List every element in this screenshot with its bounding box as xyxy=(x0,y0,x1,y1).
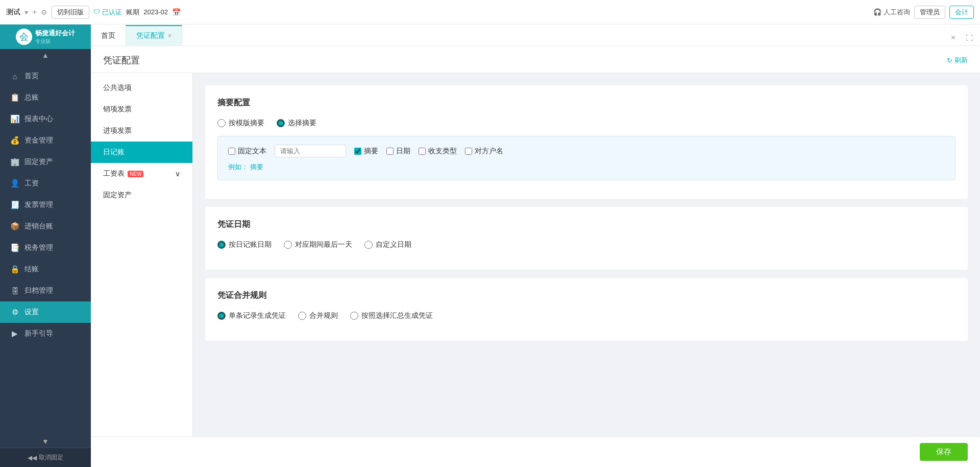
old-version-button[interactable]: 切到旧版 xyxy=(52,6,89,19)
window-close-icon[interactable]: × xyxy=(948,30,959,45)
sidebar-item-guide[interactable]: ▶ 新手引导 xyxy=(0,323,91,344)
summary-config-section: 摘要配置 按模版摘要 选择摘要 xyxy=(205,85,968,199)
sidebar-item-archive[interactable]: 🗄 归档管理 xyxy=(0,280,91,301)
cancel-fixed-button[interactable]: ◀◀ 取消固定 xyxy=(0,448,91,467)
counterpart-checkbox-label[interactable]: 对方户名 xyxy=(465,147,503,156)
save-bar: 保存 xyxy=(91,436,980,467)
left-nav-label-public: 公共选项 xyxy=(103,83,132,92)
payroll-table-chevron: ∨ xyxy=(175,170,180,178)
sidebar-item-payroll[interactable]: 👤 工资 xyxy=(0,173,91,194)
summary-template-radio[interactable] xyxy=(217,119,226,127)
fixed-assets-icon: 🏢 xyxy=(10,157,19,167)
tab-home[interactable]: 首页 xyxy=(91,26,126,45)
home-icon: ⌂ xyxy=(10,72,19,81)
merge-rule-radio[interactable] xyxy=(298,312,306,320)
admin-button[interactable]: 管理员 xyxy=(914,6,945,19)
sidebar-item-invoice[interactable]: 🧾 发票管理 xyxy=(0,194,91,216)
certified-text: 已认证 xyxy=(102,8,122,17)
topbar-gear-icon[interactable]: ⚙ xyxy=(41,8,47,16)
period-last-day-radio[interactable] xyxy=(284,241,292,249)
income-expense-checkbox[interactable] xyxy=(419,148,426,155)
sidebar-item-funds[interactable]: 💰 资金管理 xyxy=(0,130,91,151)
summary-select-radio[interactable] xyxy=(277,119,285,127)
save-button[interactable]: 保存 xyxy=(920,443,968,461)
sidebar-scroll-up[interactable]: ▲ xyxy=(0,49,91,61)
left-nav-item-journal[interactable]: 日记账 xyxy=(91,142,192,163)
date-checkbox[interactable] xyxy=(386,148,394,155)
date-radio-journal[interactable]: 按日记账日期 xyxy=(217,240,272,249)
single-record-radio[interactable] xyxy=(217,312,226,320)
tab-close-icon[interactable]: × xyxy=(168,32,172,39)
sidebar-item-fixed-assets[interactable]: 🏢 固定资产 xyxy=(0,151,91,173)
left-nav-label-payroll-table: 工资表 xyxy=(103,169,125,178)
refresh-button[interactable]: ↻ 刷新 xyxy=(947,56,968,65)
sidebar-item-label-purchase-sales: 进销台账 xyxy=(24,222,53,231)
left-nav-item-purchase-invoice[interactable]: 进项发票 xyxy=(91,120,192,142)
fullscreen-icon[interactable]: ⛶ xyxy=(963,31,976,45)
fixed-text-label: 固定文本 xyxy=(238,147,266,156)
certified-icon: 🛡 xyxy=(93,8,100,16)
sidebar-item-ledger[interactable]: 📋 总账 xyxy=(0,87,91,108)
date-radio-period-last[interactable]: 对应期间最后一天 xyxy=(284,240,352,249)
logo-icon: 会 xyxy=(16,29,32,45)
sidebar-item-reports[interactable]: 📊 报表中心 xyxy=(0,108,91,130)
sidebar-logo: 会 畅捷通好会计 专业版 xyxy=(0,25,91,49)
sidebar-item-purchase-sales[interactable]: 📦 进销台账 xyxy=(0,216,91,237)
period-value: 2023-02 xyxy=(143,8,168,16)
left-nav: 公共选项 销项发票 进项发票 日记账 工资表 NEW ∨ 固定资产 xyxy=(91,73,193,436)
fixed-text-checkbox-label[interactable]: 固定文本 xyxy=(228,147,266,156)
sidebar-item-label-reports: 报表中心 xyxy=(24,114,53,124)
split-layout: 公共选项 销项发票 进项发票 日记账 工资表 NEW ∨ 固定资产 xyxy=(91,73,980,436)
calendar-icon[interactable]: 📅 xyxy=(172,8,181,16)
sidebar-item-settings[interactable]: ⚙ 设置 xyxy=(0,301,91,323)
date-radio-custom[interactable]: 自定义日期 xyxy=(364,240,411,249)
left-nav-item-payroll-table[interactable]: 工资表 NEW ∨ xyxy=(91,163,192,184)
left-nav-item-fixed-assets[interactable]: 固定资产 xyxy=(91,184,192,206)
left-nav-item-sales-invoice[interactable]: 销项发票 xyxy=(91,99,192,120)
income-expense-checkbox-label[interactable]: 收支类型 xyxy=(419,147,457,156)
merge-radio-single[interactable]: 单条记录生成凭证 xyxy=(217,311,286,320)
consult-button[interactable]: 🎧 人工咨询 xyxy=(873,8,910,17)
custom-date-label: 自定义日期 xyxy=(376,240,411,249)
tab-home-label: 首页 xyxy=(101,31,115,40)
merge-radio-rule[interactable]: 合并规则 xyxy=(298,311,338,320)
merge-radio-select-summary[interactable]: 按照选择汇总生成凭证 xyxy=(350,311,433,320)
custom-date-radio[interactable] xyxy=(364,241,373,249)
left-nav-label-purchase-invoice: 进项发票 xyxy=(103,126,132,135)
guide-icon: ▶ xyxy=(10,329,19,338)
summary-template-label: 按模版摘要 xyxy=(229,119,264,128)
topbar-plus-icon[interactable]: + xyxy=(32,8,37,17)
period-last-day-label: 对应期间最后一天 xyxy=(295,240,352,249)
sidebar-item-label-closing: 结账 xyxy=(24,265,39,274)
sidebar-item-home[interactable]: ⌂ 首页 xyxy=(0,65,91,87)
counterpart-checkbox[interactable] xyxy=(465,148,472,155)
left-nav-item-public[interactable]: 公共选项 xyxy=(91,77,192,99)
tab-voucher-config-label: 凭证配置 xyxy=(136,31,165,40)
refresh-text: 刷新 xyxy=(954,56,968,65)
archive-icon: 🗄 xyxy=(10,286,19,295)
date-checkbox-label[interactable]: 日期 xyxy=(386,147,410,156)
sidebar-item-label-guide: 新手引导 xyxy=(24,329,53,338)
summary-radio-template[interactable]: 按模版摘要 xyxy=(217,119,264,128)
voucher-merge-section: 凭证合并规则 单条记录生成凭证 合并规则 按照选择汇总生成凭证 xyxy=(205,278,968,341)
journal-date-radio[interactable] xyxy=(217,241,226,249)
tabs-actions: × ⛶ xyxy=(948,30,980,45)
tab-voucher-config[interactable]: 凭证配置 × xyxy=(126,25,182,45)
summary-checkbox-label[interactable]: 摘要 xyxy=(354,147,378,156)
period-label: 账期 xyxy=(126,8,139,17)
consult-icon: 🎧 xyxy=(873,8,881,16)
summary-radio-select[interactable]: 选择摘要 xyxy=(277,119,316,128)
logo-sub: 专业版 xyxy=(35,38,75,45)
sidebar-item-tax[interactable]: 📑 税务管理 xyxy=(0,237,91,259)
sidebar-scroll-down[interactable]: ▼ xyxy=(0,435,91,448)
sidebar-item-closing[interactable]: 🔒 结账 xyxy=(0,259,91,280)
summary-checkbox[interactable] xyxy=(354,148,361,155)
fixed-text-input[interactable] xyxy=(275,145,346,157)
single-record-label: 单条记录生成凭证 xyxy=(229,311,286,320)
topbar: 测试 ▾ + ⚙ 切到旧版 🛡 已认证 账期 2023-02 📅 🎧 人工咨询 … xyxy=(0,0,980,25)
topbar-dropdown-icon[interactable]: ▾ xyxy=(24,8,28,16)
voucher-merge-title: 凭证合并规则 xyxy=(217,290,955,301)
select-summary-radio[interactable] xyxy=(350,312,358,320)
fixed-text-checkbox[interactable] xyxy=(228,148,235,155)
accountant-button[interactable]: 会计 xyxy=(949,6,974,19)
